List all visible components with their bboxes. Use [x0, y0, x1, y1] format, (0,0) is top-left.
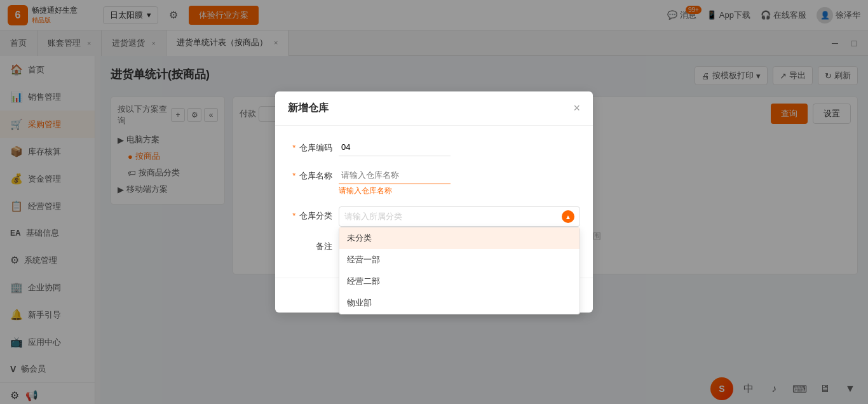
- modal-header: 新增仓库 ×: [275, 91, 593, 126]
- category-dropdown-menu: 未分类 经营一部 经营二部 物业部: [339, 227, 580, 314]
- modal-body: * 仓库编码 * 仓库名称 请输入仓库名称: [275, 126, 593, 278]
- modal-overlay[interactable]: 新增仓库 × * 仓库编码 * 仓库名称: [0, 0, 868, 404]
- modal-title: 新增仓库: [288, 102, 329, 115]
- warehouse-category-row: * 仓库分类 请输入所属分类 ▲ 未分类 经营一部 经营二部 物业部: [288, 206, 580, 227]
- warehouse-category-label: * 仓库分类: [288, 206, 339, 222]
- warehouse-name-error: 请输入仓库名称: [339, 185, 580, 196]
- warehouse-code-wrapper: [339, 138, 580, 156]
- warehouse-code-label: * 仓库编码: [288, 138, 339, 154]
- dropdown-item-3[interactable]: 物业部: [339, 292, 580, 314]
- dropdown-item-0[interactable]: 未分类: [339, 227, 580, 249]
- warehouse-code-input[interactable]: [339, 138, 451, 156]
- dropdown-item-2[interactable]: 经营二部: [339, 271, 580, 292]
- warehouse-code-row: * 仓库编码: [288, 138, 580, 156]
- warehouse-name-label: * 仓库名称: [288, 166, 339, 182]
- warehouse-modal: 新增仓库 × * 仓库编码 * 仓库名称: [275, 91, 593, 313]
- warehouse-category-wrapper: 请输入所属分类 ▲ 未分类 经营一部 经营二部 物业部: [339, 206, 580, 227]
- modal-close-btn[interactable]: ×: [573, 102, 580, 115]
- category-dropdown-trigger[interactable]: 请输入所属分类 ▲: [339, 206, 580, 227]
- warehouse-name-input[interactable]: [339, 166, 451, 184]
- warehouse-name-wrapper: 请输入仓库名称: [339, 166, 580, 196]
- warehouse-name-row: * 仓库名称 请输入仓库名称: [288, 166, 580, 196]
- category-dropdown-arrow: ▲: [562, 210, 574, 223]
- remark-label: 备注: [288, 237, 339, 252]
- dropdown-item-1[interactable]: 经营一部: [339, 249, 580, 271]
